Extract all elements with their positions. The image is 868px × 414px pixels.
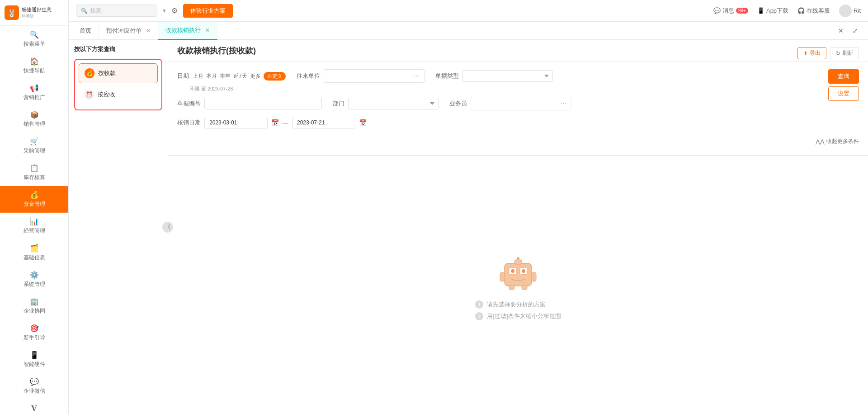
filter-option-by-receivable[interactable]: ⏰ 按应收 (79, 85, 158, 104)
tip-text-2: 用[过滤]条件来缩小分析范围 (487, 312, 561, 320)
svg-rect-8 (532, 272, 536, 281)
industry-solution-button[interactable]: 体验行业方案 (183, 4, 233, 18)
main-panel: 收款核销执行(按收款) ⬆ 导出 ↻ 刷新 (168, 40, 868, 414)
collapse-more-button[interactable]: ⋀⋀ 收起更多条件 (177, 135, 859, 148)
dept-label: 部门 (333, 100, 344, 108)
tab-prepay[interactable]: 预付冲应付单 ✕ (99, 22, 158, 40)
partner-text-input[interactable] (329, 73, 410, 79)
app-download-button[interactable]: 📱 App下载 (757, 7, 788, 15)
sidebar-item-basic[interactable]: 🗂️ 基础信息 (0, 239, 68, 266)
tab-home[interactable]: 首页 (72, 22, 99, 40)
sidebar-item-guide[interactable]: 🎯 新手引导 (0, 319, 68, 346)
doc-type-group: 单据类型 (435, 70, 553, 82)
sidebar-item-label: 新手引导 (24, 334, 45, 342)
sidebar-item-hardware[interactable]: 📱 智能硬件 (0, 346, 68, 373)
shortcut-more[interactable]: 更多 (250, 72, 261, 80)
prepay-tab-label: 预付冲应付单 (106, 27, 142, 35)
staff-text-input[interactable] (476, 100, 557, 107)
shortcut-custom-badge[interactable]: 自定义 (264, 72, 286, 81)
tab-receive[interactable]: 收款核销执行 ✕ (158, 22, 217, 40)
svg-point-4 (522, 269, 525, 273)
app-label: App下载 (766, 7, 788, 15)
user-avatar-area[interactable]: Rit (839, 5, 861, 17)
filter-panel: 按以下方案查询 💰 按收款 ⏰ 按应收 《 (69, 40, 168, 414)
tip-text-1: 请先选择要分析的方案 (487, 300, 546, 309)
sidebar-item-label: 系统管理 (24, 281, 45, 288)
filter-option-by-receipt[interactable]: 💰 按收款 (79, 63, 158, 83)
sidebar-item-marketing[interactable]: 📢 营销推广 (0, 79, 68, 106)
svg-rect-10 (522, 285, 527, 290)
sidebar-item-label: 智能硬件 (24, 361, 45, 368)
panel-collapse-button[interactable]: 《 (162, 222, 173, 233)
setting-button[interactable]: 设置 (828, 86, 859, 101)
tabbar-controls: ✕ ⤢ (835, 25, 864, 36)
partner-input[interactable]: ··· (324, 69, 425, 83)
sidebar-item-system[interactable]: ⚙️ 系统管理 (0, 266, 68, 293)
calendar-start-icon[interactable]: 📅 (271, 119, 279, 126)
tip-num-1: 1 (475, 300, 483, 309)
sidebar-item-purchase[interactable]: 🛒 采购管理 (0, 133, 68, 159)
online-service-button[interactable]: 🎧 在线客服 (797, 7, 830, 15)
dropdown-arrow-icon[interactable]: ▾ (163, 7, 166, 14)
shortcut-this-year[interactable]: 本年 (220, 72, 231, 80)
doc-no-label: 单据编号 (177, 100, 201, 108)
topbar-search-box[interactable]: 🔍 搜索 (76, 5, 157, 17)
sidebar-item-label: 资金管理 (24, 200, 45, 208)
shortcut-this-month[interactable]: 本月 (206, 72, 217, 80)
close-window-icon[interactable]: ✕ (835, 25, 846, 36)
doc-type-label: 单据类型 (435, 72, 459, 80)
message-badge: 99+ (736, 8, 748, 14)
message-label: 消息 (722, 7, 734, 15)
calendar-end-icon[interactable]: 📅 (359, 119, 367, 126)
vip-icon: V (31, 404, 37, 414)
date-group: 日期 上月 本月 本年 近7天 更多 自定义 (177, 72, 286, 81)
query-button[interactable]: 查询 (828, 69, 859, 84)
sidebar-item-member[interactable]: V 畅会员 (0, 400, 68, 414)
date-separator: — (283, 119, 288, 126)
staff-more-icon[interactable]: ··· (561, 100, 566, 108)
settings-gear-icon[interactable]: ⚙ (171, 6, 178, 15)
user-name: Rit (854, 7, 861, 14)
shortcut-7days[interactable]: 近7天 (233, 72, 247, 80)
sidebar-item-label: 采购管理 (24, 147, 45, 155)
building-icon: 🏢 (30, 297, 39, 306)
search-form: 日期 上月 本月 本年 近7天 更多 自定义 (168, 62, 868, 156)
chevron-up-icon: ⋀⋀ (816, 138, 825, 145)
app-badge: 标准版 (22, 13, 52, 19)
staff-input[interactable]: ··· (471, 97, 571, 110)
close-tab-receive-icon[interactable]: ✕ (205, 27, 210, 33)
megaphone-icon: 📢 (30, 84, 39, 92)
doc-no-input[interactable] (204, 98, 322, 109)
verify-date-start-input[interactable] (204, 117, 268, 128)
sidebar-item-label: 营销推广 (24, 94, 45, 101)
device-icon: 📱 (30, 351, 39, 359)
clipboard-icon: 📋 (30, 164, 39, 172)
sidebar-item-label: 库存核算 (24, 174, 45, 181)
sidebar-item-enterprise[interactable]: 🏢 企业协同 (0, 293, 68, 319)
sidebar-item-search[interactable]: 🔍 搜索菜单 (0, 26, 68, 52)
sidebar-item-inventory[interactable]: 📋 库存核算 (0, 159, 68, 186)
refresh-button[interactable]: ↻ 刷新 (830, 47, 859, 59)
sidebar-item-operation[interactable]: 📊 经营管理 (0, 213, 68, 239)
close-tab-prepay-icon[interactable]: ✕ (146, 28, 151, 34)
empty-tip-1: 1 请先选择要分析的方案 (475, 300, 561, 309)
sidebar-item-label: 快捷导航 (24, 67, 45, 75)
verify-date-end-input[interactable] (292, 117, 355, 128)
doc-type-select[interactable] (462, 70, 553, 82)
export-button[interactable]: ⬆ 导出 (797, 47, 826, 59)
filter-panel-title: 按以下方案查询 (74, 45, 162, 53)
app-icon: 📱 (757, 7, 764, 14)
maximize-window-icon[interactable]: ⤢ (850, 25, 861, 36)
partner-more-icon[interactable]: ··· (414, 72, 420, 80)
svg-point-6 (517, 257, 519, 260)
sidebar-item-finance[interactable]: 💰 资金管理 (0, 186, 68, 213)
sidebar-item-label: 搜索菜单 (24, 40, 45, 48)
sidebar-item-quicknav[interactable]: 🏠 快捷导航 (0, 52, 68, 79)
message-button[interactable]: 💬 消息 99+ (713, 7, 748, 15)
shortcut-last-month[interactable]: 上月 (193, 72, 203, 80)
app-logo-icon: 🐰 (5, 5, 19, 20)
sidebar-item-sales[interactable]: 📦 销售管理 (0, 106, 68, 133)
sidebar-item-wechat[interactable]: 💬 企业微信 (0, 373, 68, 400)
page-header: 收款核销执行(按收款) ⬆ 导出 ↻ 刷新 (168, 40, 868, 62)
dept-select[interactable] (348, 98, 439, 109)
